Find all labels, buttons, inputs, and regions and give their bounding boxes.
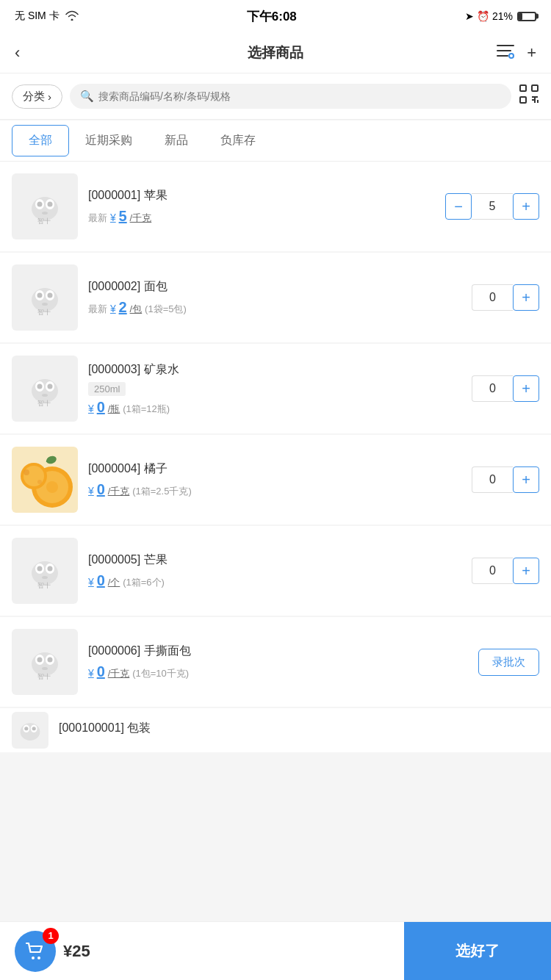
bottom-bar: 1 ¥25 选好了 [0,921,551,980]
product-name-7: [000100001] 包装 [59,721,539,736]
status-time: 下午6:08 [247,8,297,25]
search-box: 🔍 [70,84,511,109]
product-image-1: 智十 [12,173,78,239]
product-image-2: 智十 [12,264,78,331]
increment-button-5[interactable]: + [513,558,539,584]
svg-point-44 [48,566,53,572]
orange-illustration [12,447,78,513]
svg-point-30 [42,394,48,397]
qty-control-5: + [472,558,539,584]
placeholder-owl-icon: 智十 [12,629,78,695]
cart-icon-button[interactable]: 1 [15,931,56,972]
alarm-icon: ⏰ [477,10,489,22]
svg-point-14 [37,202,43,207]
price-unit-1: /千克 [130,212,152,223]
tab-recent[interactable]: 近期采购 [69,120,148,161]
qty-input-2[interactable] [472,284,513,311]
svg-rect-5 [532,85,538,91]
svg-point-39 [37,480,42,484]
tab-all[interactable]: 全部 [12,125,69,156]
svg-point-37 [46,455,58,465]
product-info-3: [0000003] 矿泉水 250ml ¥ 0 /瓶 (1箱=12瓶) [88,362,461,416]
add-button[interactable]: + [527,43,536,62]
qty-input-4[interactable] [472,466,513,493]
svg-rect-6 [520,97,526,103]
svg-point-23 [42,303,48,306]
placeholder-owl-icon [12,712,48,749]
cart-icon [25,942,46,961]
svg-point-50 [37,657,43,663]
qty-control-2: + [472,284,539,311]
placeholder-owl-icon: 智十 [12,538,78,604]
list-item: 智十 [0000003] 矿泉水 250ml ¥ 0 /瓶 (1箱=12瓶) + [0,344,551,433]
list-item: 智十 [0000001] 苹果 最新 ¥ 5 /千克 − + [0,162,551,251]
svg-point-43 [37,566,43,572]
placeholder-owl-icon: 智十 [12,173,78,239]
list-item: 智十 [0000006] 手撕面包 ¥ 0 /千克 (1包=10千克) 录批次 [0,617,551,707]
filter-icon[interactable] [496,43,515,63]
svg-rect-4 [520,85,526,91]
svg-text:智十: 智十 [37,582,51,589]
cart-badge: 1 [43,928,59,944]
svg-point-34 [46,481,58,493]
svg-point-28 [37,384,43,389]
battery-icon [517,12,536,21]
qty-input-5[interactable] [472,558,513,584]
product-list: 智十 [0000001] 苹果 最新 ¥ 5 /千克 − + [0,162,551,752]
tab-new[interactable]: 新品 [148,120,204,161]
decrement-button-1[interactable]: − [445,193,472,220]
svg-point-54 [21,723,40,741]
product-name-2: [0000002] 面包 [88,279,461,295]
qty-control-4: + [472,466,539,493]
product-name-3: [0000003] 矿泉水 [88,362,461,378]
batch-button-6[interactable]: 录批次 [478,649,539,676]
list-item: [0000004] 橘子 ¥ 0 /千克 (1箱=2.5千克) + [0,435,551,525]
tab-negative-stock[interactable]: 负库存 [204,120,272,161]
increment-button-4[interactable]: + [513,466,539,493]
increment-button-1[interactable]: + [513,193,539,220]
product-info-6: [0000006] 手撕面包 ¥ 0 /千克 (1包=10千克) [88,644,468,680]
back-button[interactable]: ‹ [15,43,20,62]
confirm-button[interactable]: 选好了 [404,922,551,980]
increment-button-3[interactable]: + [513,375,539,402]
svg-point-57 [24,727,28,730]
list-item: [000100001] 包装 [0,708,551,752]
qty-control-3: + [472,375,539,402]
category-label: 分类 [23,90,45,104]
search-input[interactable] [98,90,501,102]
svg-point-15 [48,202,53,207]
svg-point-38 [24,469,29,475]
product-price-1: 最新 ¥ 5 /千克 [88,208,435,225]
product-price-2: 最新 ¥ 2 /包 (1袋=5包) [88,299,461,316]
product-spec-3: 250ml [88,382,126,396]
svg-point-52 [42,667,48,670]
svg-text:智十: 智十 [37,217,51,225]
svg-point-29 [48,384,53,389]
svg-point-60 [37,956,40,959]
placeholder-owl-icon: 智十 [12,356,78,422]
nav-right: + [496,43,536,63]
battery-percent: 21% [492,10,513,22]
tab-bar: 全部 近期采购 新品 负库存 [0,120,551,162]
svg-point-58 [32,727,36,730]
status-right: ➤ ⏰ 21% [465,10,536,22]
qty-input-3[interactable] [472,375,513,402]
category-button[interactable]: 分类 › [12,84,62,109]
svg-text:智十: 智十 [37,309,51,316]
scan-icon[interactable] [519,84,539,109]
svg-point-16 [42,212,48,215]
nav-left: ‹ [15,43,20,62]
increment-button-2[interactable]: + [513,284,539,311]
cart-section: 1 ¥25 [0,931,404,972]
status-left: 无 SIM 卡 [15,10,79,23]
qty-input-1[interactable] [472,193,513,220]
svg-point-59 [32,956,35,959]
product-image-5: 智十 [12,538,78,604]
product-price-5: ¥ 0 /个 (1箱=6个) [88,572,461,589]
location-icon: ➤ [465,10,474,22]
page-title: 选择商品 [248,43,303,62]
product-name-6: [0000006] 手撕面包 [88,644,468,659]
product-name-5: [0000005] 芒果 [88,552,461,568]
product-image-6: 智十 [12,629,78,695]
qty-control-1: − + [445,193,539,220]
